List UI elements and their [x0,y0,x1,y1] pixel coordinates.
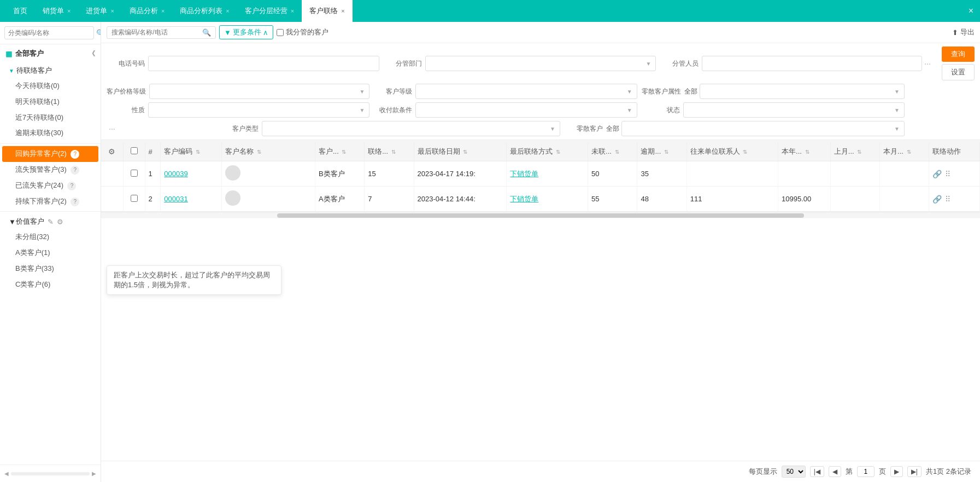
close-tab-product-analysis-list[interactable]: × [226,8,229,14]
scrollbar-thumb[interactable] [277,213,805,218]
first-page-btn[interactable]: |◀ [810,466,824,477]
contact-icon-1[interactable]: 🔗 [932,170,942,178]
customer-level-select[interactable]: ▼ [415,84,637,99]
phone-input[interactable] [148,56,379,71]
sidebar-pending-group[interactable]: ▼ 待联络客户 [0,63,101,78]
horizontal-scrollbar[interactable] [101,212,980,218]
retail-customer-select[interactable]: ▼ [621,121,905,136]
close-tab-product-analysis[interactable]: × [161,8,165,14]
sidebar-value-group[interactable]: ▼ 价值客户 ✎ ⚙ [0,214,101,229]
td-code-2[interactable]: 000031 [161,187,222,212]
filter-search-box[interactable]: 🔍 [107,26,216,39]
type-sort-icon[interactable]: ⇅ [342,149,346,155]
nature-select[interactable]: ▼ [148,102,369,118]
last-method-link-2[interactable]: 下销货单 [510,195,538,203]
row4-dots[interactable]: ··· [107,124,118,133]
sidebar-item-overdue[interactable]: 逾期未联络(30) [0,125,101,141]
window-close-button[interactable]: × [969,6,973,16]
my-customers-check[interactable] [277,29,284,36]
sidebar-item-unclassified[interactable]: 未分组(32) [0,229,101,245]
customer-code-link-2[interactable]: 000031 [164,195,187,203]
td-last-method-1[interactable]: 下销货单 [507,161,588,187]
customer-type-select[interactable]: ▼ [262,121,560,136]
prev-page-btn[interactable]: ◀ [829,466,841,477]
tab-product-analysis[interactable]: 商品分析 × [122,0,172,22]
help-icon-4[interactable]: ? [71,198,79,206]
th-last-month[interactable]: 上月... ⇅ [830,142,879,161]
close-tab-sales[interactable]: × [67,8,71,14]
edit-icon[interactable]: ✎ [48,218,54,226]
manager-dots[interactable]: ··· [922,59,933,68]
tab-sales[interactable]: 销货单 × [35,0,78,22]
th-this-year[interactable]: 本年... ⇅ [778,142,831,161]
th-last-contact-date[interactable]: 最后联络日期 ⇅ [414,142,507,161]
sidebar-search-input[interactable] [4,26,94,39]
th-not-contacted[interactable]: 未联... ⇅ [588,142,637,161]
manager-select[interactable] [702,56,922,71]
last-month-sort-icon[interactable]: ⇅ [857,149,861,155]
th-name[interactable]: 客户名称 ⇅ [222,142,315,161]
help-icon-2[interactable]: ? [71,166,79,175]
more-action-icon-2[interactable]: ⠿ [945,195,950,204]
filter-search-icon[interactable]: 🔍 [202,28,211,37]
help-icon[interactable]: ? [71,150,79,159]
th-checkbox[interactable] [123,142,145,161]
filter-more-btn[interactable]: ▼ 更多条件 ∧ [219,25,273,39]
td-last-method-2[interactable]: 下销货单 [507,187,588,212]
th-this-month[interactable]: 本月... ⇅ [880,142,929,161]
sidebar-prev-icon[interactable]: ◀ [4,471,9,477]
tab-product-analysis-list[interactable]: 商品分析列表 × [172,0,237,22]
tab-purchase[interactable]: 进货单 × [78,0,121,22]
not-contacted-sort-icon[interactable]: ⇅ [615,149,619,155]
th-related-person[interactable]: 往来单位联系人 ⇅ [686,142,778,161]
close-tab-customer-contact[interactable]: × [341,8,344,14]
this-month-sort-icon[interactable]: ⇅ [907,149,911,155]
sidebar-item-repurchase-abnormal[interactable]: 回购异常客户(2) ? [2,146,98,162]
td-checkbox-1[interactable] [123,161,145,187]
sidebar-item-class-c[interactable]: C类客户(6) [0,277,101,293]
th-contact[interactable]: 联络... ⇅ [365,142,414,161]
sidebar-search-icon[interactable]: 🔍 [96,29,101,37]
th-last-contact-method[interactable]: 最后联络方式 ⇅ [507,142,588,161]
more-action-icon-1[interactable]: ⠿ [945,170,950,178]
sidebar-all-customers[interactable]: ▦ 全部客户 《 [0,44,101,63]
per-page-select[interactable]: 50 [782,466,806,478]
customer-code-link-1[interactable]: 000039 [164,170,187,178]
filter-my-customers-checkbox[interactable]: 我分管的客户 [277,27,328,37]
price-level-select[interactable]: ▼ [149,84,369,99]
next-page-btn[interactable]: ▶ [890,466,903,477]
tab-customer-tier[interactable]: 客户分层经营 × [237,0,302,22]
related-person-sort-icon[interactable]: ⇅ [743,149,747,155]
td-checkbox-2[interactable] [123,187,145,212]
sidebar-collapse-btn[interactable]: 《 [89,49,95,59]
last-method-sort-icon[interactable]: ⇅ [556,149,560,155]
status-select[interactable]: ▼ [683,102,905,118]
select-all-checkbox[interactable] [131,147,138,154]
sidebar-item-tomorrow[interactable]: 明天待联络(1) [0,94,101,110]
sidebar-item-7days[interactable]: 近7天待联络(0) [0,110,101,126]
th-code[interactable]: 客户编码 ⇅ [161,142,222,161]
export-btn[interactable]: ⬆ 导出 [952,27,975,37]
contact-sort-icon[interactable]: ⇅ [391,149,396,155]
filter-search-input[interactable] [112,28,200,36]
row2-checkbox[interactable] [131,195,138,202]
dept-select[interactable]: ▼ [425,56,656,71]
settings-button[interactable]: 设置 [942,64,975,80]
name-sort-icon[interactable]: ⇅ [257,149,261,155]
tab-home[interactable]: 首页 [5,0,35,22]
last-page-btn[interactable]: ▶| [907,466,922,477]
help-icon-3[interactable]: ? [67,182,76,190]
page-input[interactable] [857,466,875,477]
code-sort-icon[interactable]: ⇅ [196,149,200,155]
sidebar-item-churn-warning[interactable]: 流失预警客户(3) ? [0,162,101,178]
td-code-1[interactable]: 000039 [161,161,222,187]
sidebar-item-class-a[interactable]: A类客户(1) [0,245,101,261]
this-year-sort-icon[interactable]: ⇅ [805,149,809,155]
th-overdue[interactable]: 逾期... ⇅ [637,142,686,161]
tab-customer-contact[interactable]: 客户联络 × [302,0,352,22]
th-setting[interactable]: ⚙ [101,142,123,161]
last-date-sort-icon[interactable]: ⇅ [463,149,467,155]
sidebar-item-churned[interactable]: 已流失客户(24) ? [0,178,101,194]
row1-checkbox[interactable] [131,170,138,177]
sidebar-next-icon[interactable]: ▶ [92,471,96,477]
